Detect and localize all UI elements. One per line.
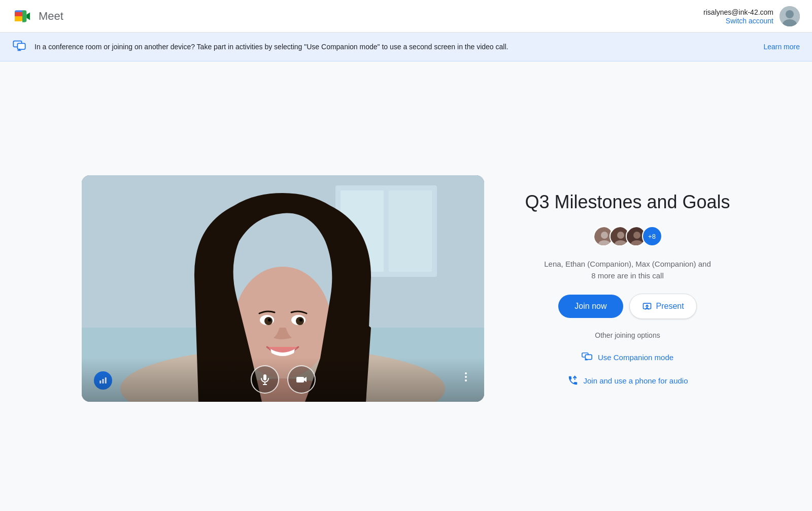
join-buttons: Join now Present — [558, 294, 696, 319]
svg-point-36 — [465, 379, 467, 381]
account-email: risalynes@ink-42.com — [703, 8, 773, 16]
logo-area: Meet — [12, 6, 63, 26]
extra-count-badge: +8 — [642, 226, 662, 246]
svg-rect-16 — [389, 190, 432, 272]
header: Meet risalynes@ink-42.com Switch account — [0, 0, 812, 33]
join-now-button[interactable]: Join now — [558, 295, 623, 318]
phone-audio-link[interactable]: Join and use a phone for audio — [567, 375, 688, 386]
svg-rect-9 — [18, 43, 25, 49]
switch-account-link[interactable]: Switch account — [703, 17, 773, 25]
camera-icon — [295, 373, 308, 386]
more-options-icon — [460, 371, 472, 383]
avatar-icon — [780, 6, 800, 26]
svg-rect-33 — [296, 377, 304, 382]
svg-point-35 — [465, 376, 467, 378]
participants-avatars: +8 — [593, 226, 662, 246]
svg-point-34 — [465, 372, 467, 374]
svg-rect-30 — [263, 374, 266, 380]
banner-learn-more[interactable]: Learn more — [763, 43, 800, 51]
video-controls-bar — [82, 357, 484, 402]
svg-point-26 — [299, 318, 302, 322]
microphone-icon — [259, 373, 271, 386]
svg-point-41 — [617, 232, 624, 239]
other-options-label: Other joining options — [595, 331, 660, 339]
svg-point-38 — [601, 232, 608, 239]
camera-button[interactable] — [287, 365, 316, 394]
companion-mode-icon — [12, 39, 26, 55]
microphone-button[interactable] — [251, 365, 279, 394]
participants-text: Lena, Ethan (Companion), Max (Companion)… — [542, 259, 714, 281]
account-area: risalynes@ink-42.com Switch account — [703, 6, 800, 26]
avatar[interactable] — [780, 6, 800, 26]
companion-mode-link-icon — [582, 352, 593, 363]
present-icon — [642, 301, 652, 311]
meeting-title: Q3 Milestones and Goals — [525, 190, 730, 214]
main-content: Q3 Milestones and Goals — [0, 61, 812, 511]
svg-point-25 — [268, 318, 271, 322]
svg-point-44 — [633, 232, 640, 239]
right-panel: Q3 Milestones and Goals — [525, 190, 730, 387]
companion-mode-link[interactable]: Use Companion mode — [582, 352, 673, 363]
svg-point-6 — [786, 10, 794, 18]
google-meet-icon — [12, 6, 32, 26]
app-title: Meet — [39, 10, 63, 23]
phone-audio-icon — [567, 375, 579, 386]
video-preview — [82, 175, 484, 402]
present-button[interactable]: Present — [629, 294, 697, 319]
account-info: risalynes@ink-42.com Switch account — [703, 8, 773, 25]
more-options-button[interactable] — [460, 371, 472, 386]
banner-text: In a conference room or joining on anoth… — [35, 43, 755, 51]
companion-banner: In a conference room or joining on anoth… — [0, 33, 812, 61]
